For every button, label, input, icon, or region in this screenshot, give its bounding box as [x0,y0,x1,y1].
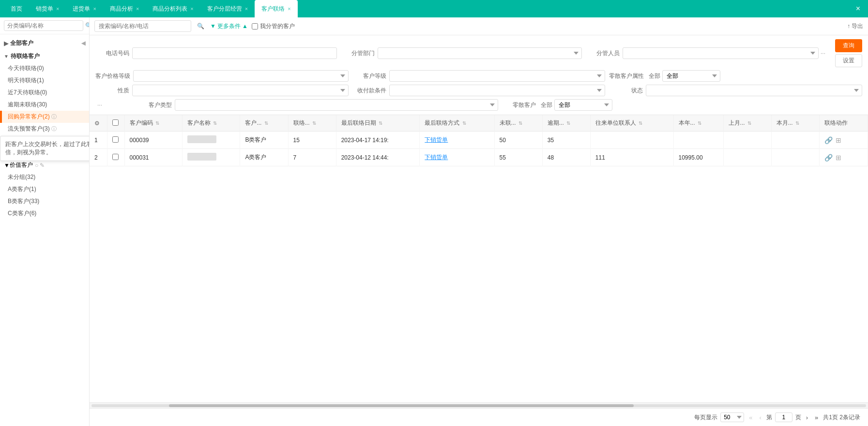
col-contact-count[interactable]: 联络... ⇅ [288,115,336,132]
action-grid-1[interactable]: ⊞ [836,136,841,144]
nav-item-customer-contact[interactable]: 客户联络 × [255,0,297,17]
tree-item-class-a[interactable]: A类客户(1) [0,183,89,195]
scroll-track [91,404,866,407]
action-link-2[interactable]: 🔗 [824,154,833,162]
cell-last-month-2 [723,149,771,166]
filter-select-payment[interactable] [389,85,606,96]
edit-icon[interactable]: ○ ✎ [35,162,45,169]
search-input[interactable] [94,20,191,32]
page-size-label: 每页显示 [694,413,717,422]
filter-select-customer-type[interactable] [175,99,498,111]
filter-row-2: 客户价格等级 客户等级 零散客户属性 [95,70,862,82]
filter-select-price-level[interactable] [133,70,349,82]
col-last-contact-date[interactable]: 最后联络日期 ⇅ [336,115,420,132]
nav-item-customer-tier[interactable]: 客户分层经营 × [200,0,255,17]
cell-contact-count-1: 15 [288,132,336,149]
table-settings-icon[interactable]: ⚙ [94,120,100,127]
row-checkbox-1[interactable] [112,136,119,143]
cell-last-month-1 [723,132,771,149]
query-button[interactable]: 查询 [835,39,862,52]
my-customers-checkbox[interactable] [252,23,258,29]
col-name[interactable]: 客户名称 ⇅ [182,115,240,132]
col-contact-person[interactable]: 往来单位联系人 ⇅ [590,115,673,132]
my-customers-checkbox-label[interactable]: 我分管的客户 [252,22,295,30]
col-uncontacted[interactable]: 未联... ⇅ [494,115,542,132]
horizontal-scrollbar[interactable] [90,402,868,408]
nav-item-product-analysis-list[interactable]: 商品分析列表 × [146,0,200,17]
export-button[interactable]: ↑ 导出 [847,22,863,30]
search-button[interactable]: 🔍 [195,22,206,30]
filter-select-status[interactable] [646,85,862,96]
tree-item-tomorrow-pending[interactable]: 明天待联络(1) [0,74,89,87]
filter-label-customer-type: 客户类型 [138,101,172,109]
page-number-input[interactable] [775,412,792,422]
tree-item-repurchase-abnormal[interactable]: 回购异常客户(2) ⓘ [2,111,89,123]
prev-page-button[interactable]: ‹ [757,413,763,422]
tree-item-class-c[interactable]: C类客户(6) [0,207,89,220]
sidebar-search-icon[interactable]: 🔍 [85,22,90,29]
filter-select-dept[interactable] [378,47,582,59]
col-last-contact-method[interactable]: 最后联络方式 ⇅ [420,115,494,132]
filter-select-retail-customer[interactable]: 全部 [554,99,612,111]
filter-label-phone: 电话号码 [95,49,129,58]
tree-root-all-customers[interactable]: ▶ 全部客户 ◀ [0,36,89,50]
tree-group-pending-contact[interactable]: ▼ 待联络客户 [0,50,89,62]
sidebar-search-input[interactable] [4,20,83,31]
tree-item-today-pending[interactable]: 今天待联络(0) [0,62,89,74]
tree-item-class-b[interactable]: B类客户(33) [0,195,89,207]
col-this-month[interactable]: 本月... ⇅ [771,115,819,132]
filter-label-person: 分管人员 [586,49,620,58]
filter-select-customer-level[interactable] [389,70,606,82]
select-all-checkbox[interactable] [112,119,119,126]
nav-close-customer-contact[interactable]: × [288,6,290,12]
tree-item-unclassified[interactable]: 未分组(32) [0,171,89,183]
filter-more-dots[interactable]: ··· [819,50,827,57]
row-checkbox-2[interactable] [112,154,119,160]
cell-code-2: 000031 [124,149,182,166]
nav-item-product-analysis[interactable]: 商品分析 × [103,0,146,17]
settings-button[interactable]: 设置 [835,54,862,67]
filter-select-status-wrapper [646,85,862,96]
method-link-2[interactable]: 下销货单 [425,154,448,161]
filter-row4-dots[interactable]: ··· [95,102,104,108]
nav-close-sales[interactable]: × [56,6,59,12]
filter-select-retail-attr[interactable]: 全部 [662,70,720,82]
first-page-button[interactable]: « [747,413,754,422]
more-conditions-toggle[interactable]: ▼ 更多条件 ▲ [210,22,248,30]
col-last-month[interactable]: 上月... ⇅ [723,115,771,132]
scroll-thumb [169,404,634,407]
total-records: 共1页 2条记录 [823,413,860,422]
filter-row-1: 电话号码 分管部门 分管人员 [95,39,862,67]
close-all-tabs[interactable]: × [856,4,860,13]
nav-close-product-analysis-list[interactable]: × [190,6,193,12]
last-page-button[interactable]: » [813,413,820,422]
page-size-select[interactable]: 20 50 100 [720,412,744,422]
col-type[interactable]: 客户... ⇅ [240,115,288,132]
chevron-up-icon: ▲ [242,23,248,29]
nav-item-sales[interactable]: 销货单 × [29,0,66,17]
tree-item-7day-pending[interactable]: 近7天待联络(0) [0,87,89,99]
nav-close-product-analysis[interactable]: × [136,6,139,12]
col-code[interactable]: 客户编码 ⇅ [124,115,182,132]
filter-input-phone[interactable] [132,47,337,59]
nav-item-purchase[interactable]: 进货单 × [66,0,103,17]
tree-item-loss-warning[interactable]: 流失预警客户(3) ⓘ [0,123,89,135]
collapse-icon: ▶ [4,40,8,47]
action-link-1[interactable]: 🔗 [824,136,833,144]
filter-select-person[interactable] [623,47,819,59]
filter-label-payment: 收付款条件 [352,87,386,95]
col-overdue[interactable]: 逾期... ⇅ [542,115,590,132]
col-this-year[interactable]: 本年... ⇅ [673,115,723,132]
action-grid-2[interactable]: ⊞ [836,154,841,162]
filter-row-3: 性质 收付款条件 状态 [95,85,862,96]
nav-close-purchase[interactable]: × [93,6,96,12]
filter-select-dept-wrapper [378,47,582,59]
filter-select-nature[interactable] [132,85,349,96]
method-link-1[interactable]: 下销货单 [425,136,448,143]
nav-item-home[interactable]: 首页 [4,0,29,17]
sort-icon-date: ⇅ [379,120,382,126]
tree-item-overdue-pending[interactable]: 逾期未联络(30) [0,99,89,111]
sort-icon-name: ⇅ [213,120,217,126]
next-page-button[interactable]: › [804,413,810,422]
nav-close-customer-tier[interactable]: × [245,6,248,12]
